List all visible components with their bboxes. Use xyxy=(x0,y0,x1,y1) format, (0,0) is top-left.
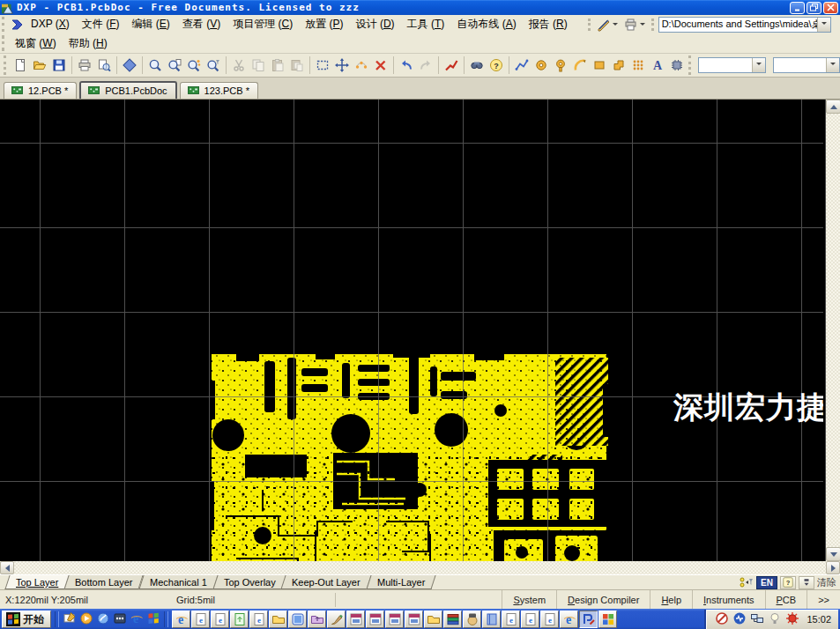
place-pad-button[interactable] xyxy=(532,56,551,75)
tray-alert-bulb[interactable] xyxy=(785,611,799,628)
place-array-button[interactable] xyxy=(628,56,648,75)
toolbar-drag-handle[interactable] xyxy=(2,35,7,51)
open-document-button[interactable] xyxy=(30,56,49,75)
print-preview-button[interactable] xyxy=(94,56,114,75)
horizontal-scrollbar[interactable] xyxy=(0,561,840,574)
place-component-button[interactable] xyxy=(667,56,687,75)
menu-item-0[interactable]: DXP (X) xyxy=(25,16,76,32)
paste-button[interactable] xyxy=(268,56,287,75)
zoom-window-button[interactable] xyxy=(145,56,165,75)
status-panel--[interactable]: >> xyxy=(807,590,840,609)
panel-options-button[interactable] xyxy=(799,576,814,589)
place-polygon-button[interactable] xyxy=(609,56,628,75)
component-filter-dropdown-button[interactable] xyxy=(826,58,839,72)
scroll-left-button[interactable] xyxy=(0,561,14,574)
taskbar-button-12-photoshop[interactable] xyxy=(405,610,423,628)
start-button[interactable]: 开始 xyxy=(2,610,51,628)
document-tab-0[interactable]: 12.PCB * xyxy=(4,82,77,99)
quick-launch-media-player[interactable] xyxy=(79,611,93,628)
taskbar-button-10-photoshop[interactable] xyxy=(366,610,384,628)
report-tool-button[interactable] xyxy=(622,17,650,33)
close-button[interactable] xyxy=(823,2,838,14)
dimension-tool-button[interactable] xyxy=(595,17,622,33)
menu-item-row2-1[interactable]: 帮助 (H) xyxy=(63,35,114,51)
scroll-up-button[interactable] xyxy=(826,100,840,114)
net-filter-combo[interactable] xyxy=(698,57,765,73)
document-tab-1[interactable]: PCB1.PcbDoc xyxy=(79,81,176,99)
save-document-button[interactable] xyxy=(49,56,69,75)
layer-tab-bottom-layer[interactable]: Bottom Layer xyxy=(64,575,145,589)
tray-network-connection[interactable] xyxy=(750,611,764,628)
taskbar-button-13-folder[interactable] xyxy=(424,610,442,628)
tray-bulb-indicator[interactable] xyxy=(768,611,782,628)
mask-level-icon[interactable] xyxy=(740,575,754,589)
document-tab-2[interactable]: 123.PCB * xyxy=(180,82,258,99)
path-combo-dropdown-button[interactable] xyxy=(817,18,830,32)
layer-tab-top-overlay[interactable]: Top Overlay xyxy=(212,575,286,589)
status-panel-system[interactable]: System xyxy=(502,590,556,609)
toolbar-drag-handle[interactable] xyxy=(4,56,9,75)
quick-launch-show-desktop[interactable] xyxy=(63,611,77,628)
taskbar-button-2-ie-document[interactable]: e xyxy=(211,610,229,628)
quick-launch-windows-logo[interactable] xyxy=(146,611,160,628)
place-string-button[interactable]: A xyxy=(648,56,667,75)
place-via-button[interactable] xyxy=(551,56,570,75)
clear-label[interactable]: 清除 xyxy=(817,576,840,589)
menu-item-7[interactable]: 工具 (T) xyxy=(401,16,451,32)
undo-button[interactable] xyxy=(397,56,416,75)
deselect-all-button[interactable] xyxy=(352,56,371,75)
place-arc-button[interactable] xyxy=(570,56,590,75)
status-panel-help[interactable]: Help xyxy=(650,590,692,609)
taskbar-button-6-blue-panel[interactable] xyxy=(288,610,307,628)
vertical-scrollbar[interactable] xyxy=(825,100,840,561)
taskbar-button-19-ie-document[interactable]: e xyxy=(540,610,559,628)
taskbar-button-16-blue-book[interactable] xyxy=(482,610,501,628)
status-panel-pcb[interactable]: PCB xyxy=(765,590,807,609)
tray-mute-indicator[interactable] xyxy=(715,611,729,628)
net-filter-dropdown-button[interactable] xyxy=(752,58,765,72)
taskbar-button-4-ie-document[interactable]: e xyxy=(249,610,268,628)
zoom-filtered-button[interactable] xyxy=(204,56,223,75)
toolbar-drag-handle[interactable] xyxy=(588,18,593,31)
taskbar-button-15-hand-tool[interactable] xyxy=(463,610,481,628)
taskbar-button-17-ie-document[interactable]: e xyxy=(502,610,520,628)
menu-item-8[interactable]: 自动布线 (A) xyxy=(450,16,522,32)
menu-item-4[interactable]: 项目管理 (C) xyxy=(227,16,299,32)
move-selection-button[interactable] xyxy=(332,56,352,75)
pcb-canvas[interactable]: 深圳宏力捷 xyxy=(0,100,823,561)
menu-item-5[interactable]: 放置 (P) xyxy=(299,16,349,32)
toolbar-drag-handle[interactable] xyxy=(688,56,694,75)
print-button[interactable] xyxy=(75,56,94,75)
taskbar-button-14-books[interactable] xyxy=(443,610,462,628)
quick-launch-input-method[interactable] xyxy=(113,611,127,628)
taskbar-button-22-color-app[interactable] xyxy=(598,610,617,628)
scroll-down-button[interactable] xyxy=(826,547,840,561)
layer-tab-top-layer[interactable]: Top Layer xyxy=(4,575,70,589)
menu-item-3[interactable]: 查看 (V) xyxy=(176,16,227,32)
component-filter-combo[interactable] xyxy=(773,57,840,73)
taskbar-button-1-ie-document[interactable]: e xyxy=(191,610,210,628)
layer-tab-multi-layer[interactable]: Multi-Layer xyxy=(366,575,436,589)
menu-item-2[interactable]: 编辑 (E) xyxy=(126,16,176,32)
quick-launch-messenger[interactable] xyxy=(96,611,110,628)
taskbar-button-3-recycle-document[interactable] xyxy=(230,610,249,628)
taskbar-button-8-paint-brush[interactable] xyxy=(327,610,346,628)
language-indicator[interactable]: EN xyxy=(756,576,777,589)
new-document-button[interactable] xyxy=(11,56,30,75)
taskbar-button-5-folder[interactable] xyxy=(269,610,287,628)
redo-button[interactable] xyxy=(416,56,435,75)
taskbar-button-9-photoshop[interactable] xyxy=(346,610,365,628)
toolbar-drag-handle[interactable] xyxy=(651,18,657,31)
menu-item-row2-0[interactable]: 视窗 (W) xyxy=(9,35,63,51)
taskbar-button-21-dxp-app[interactable] xyxy=(579,610,598,628)
toolbar-drag-handle[interactable] xyxy=(2,17,7,32)
taskbar-button-7-folder-open[interactable] xyxy=(308,610,326,628)
interactive-routing-button[interactable] xyxy=(442,56,461,75)
tray-blue-service[interactable] xyxy=(732,611,747,628)
taskbar-button-20-internet-explorer[interactable]: e xyxy=(560,610,578,628)
layer-tab-keep-out-layer[interactable]: Keep-Out Layer xyxy=(281,575,372,589)
place-fill-button[interactable] xyxy=(590,56,609,75)
menu-item-1[interactable]: 文件 (F) xyxy=(76,16,126,32)
find-similar-button[interactable] xyxy=(467,56,487,75)
scroll-right-button[interactable] xyxy=(826,561,840,574)
